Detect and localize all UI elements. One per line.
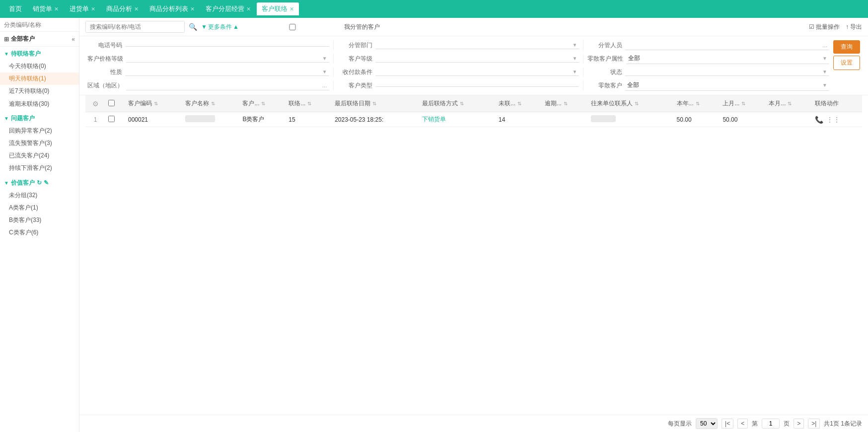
sidebar-item-overdue[interactable]: 逾期未联络(30): [0, 98, 79, 110]
batch-op-button[interactable]: ☑ 批量操作: [809, 23, 840, 31]
last-contact-link[interactable]: 下销货单: [422, 116, 446, 123]
th-type[interactable]: 客户... ⇅: [239, 95, 286, 112]
retail-customer-select[interactable]: 全部 ▼: [625, 80, 829, 91]
settings-icon[interactable]: ⚙: [92, 100, 99, 108]
export-button[interactable]: ↑ 导出: [846, 23, 862, 31]
th-code[interactable]: 客户编码 ⇅: [125, 95, 182, 112]
th-contact-person[interactable]: 往来单位联系人 ⇅: [588, 95, 674, 112]
th-overdue[interactable]: 逾期... ⇅: [542, 95, 588, 112]
triangle-icon: ▼: [4, 51, 9, 57]
first-page-button[interactable]: |<: [722, 419, 733, 429]
filter-status: 状态 ▼: [587, 68, 829, 76]
nav-purchase-order[interactable]: 进货单 ✕: [65, 2, 100, 15]
nav-product-analysis[interactable]: 商品分析 ✕: [101, 2, 144, 15]
customer-grade-select[interactable]: ▼: [375, 55, 579, 63]
cell-uncontacted: 14: [496, 112, 542, 127]
sidebar-item-7days[interactable]: 近7天待联络(0): [0, 85, 79, 97]
sidebar-item-tomorrow[interactable]: 明天待联络(1): [0, 72, 79, 85]
my-customer-checkbox-label[interactable]: 我分管的客户: [243, 23, 380, 31]
set-button[interactable]: 设置: [833, 56, 860, 70]
th-uncontacted[interactable]: 未联... ⇅: [496, 95, 542, 112]
cell-last-month: 50.00: [720, 112, 766, 127]
sidebar-item-today[interactable]: 今天待联络(0): [0, 60, 79, 72]
sidebar-section-title-value[interactable]: ▼ 价值客户 ↻ ✎: [0, 177, 79, 189]
th-this-month[interactable]: 本月... ⇅: [766, 95, 812, 112]
cell-last-contact-date: 2023-05-23 18:25:: [332, 112, 419, 127]
sidebar-item-type-c[interactable]: C类客户(6): [0, 226, 79, 239]
th-contacts[interactable]: 联络... ⇅: [286, 95, 332, 112]
nav-product-analysis-list[interactable]: 商品分析列表 ✕: [145, 2, 200, 15]
filter-retail-customer: 零散客户 全部 ▼: [587, 80, 829, 91]
th-last-contact-date[interactable]: 最后联络日期 ⇅: [332, 95, 419, 112]
customer-type-input[interactable]: [375, 84, 579, 87]
sidebar-all-customers[interactable]: ⊞ 全部客户 «: [0, 32, 79, 47]
price-grade-select[interactable]: ▼: [126, 55, 329, 63]
table-header-row: ⚙ 客户编码 ⇅ 客户名称: [85, 95, 862, 112]
sidebar-item-churned[interactable]: 已流失客户(24): [0, 149, 79, 162]
sidebar-section-pending: ▼ 待联络客户 今天待联络(0) 明天待联络(1) 近7天待联络(0) 逾期未联…: [0, 47, 79, 111]
sort-icon: ⇅: [564, 101, 568, 106]
close-icon[interactable]: ✕: [91, 6, 95, 12]
th-last-month[interactable]: 上月... ⇅: [720, 95, 766, 112]
per-page-select[interactable]: 50: [696, 418, 718, 429]
close-icon[interactable]: ✕: [289, 6, 294, 12]
sidebar-item-type-a[interactable]: A类客户(1): [0, 202, 79, 214]
cell-this-year: 50.00: [674, 112, 720, 127]
sidebar-item-ungrouped[interactable]: 未分组(32): [0, 189, 79, 202]
sidebar-section-title-problem[interactable]: ▼ 问题客户: [0, 112, 79, 125]
action-more-icon[interactable]: ⋮⋮: [826, 116, 840, 124]
payment-select[interactable]: ▼: [375, 68, 579, 76]
close-icon[interactable]: ✕: [54, 6, 59, 12]
dept-select[interactable]: ▼: [375, 41, 579, 49]
prev-page-button[interactable]: <: [737, 419, 748, 429]
next-page-button[interactable]: >: [794, 419, 804, 429]
th-this-year[interactable]: 本年... ⇅: [674, 95, 720, 112]
manager-input[interactable]: ...: [625, 41, 829, 50]
caret-icon: ▼: [322, 69, 327, 74]
filter-row-2: 客户价格等级 ▼ 客户等级 ▼: [87, 53, 829, 64]
sidebar-search-input[interactable]: [4, 21, 78, 28]
more-conditions-button[interactable]: ▼ 更多条件 ▲: [201, 23, 239, 31]
sidebar-section-title-pending[interactable]: ▼ 待联络客户: [0, 48, 79, 60]
sidebar-item-repurchase-abnormal[interactable]: 回购异常客户(2): [0, 125, 79, 137]
caret-icon: ▼: [322, 56, 327, 61]
th-name[interactable]: 客户名称 ⇅: [182, 95, 239, 112]
close-icon[interactable]: ✕: [134, 6, 139, 12]
nav-customer-tier[interactable]: 客户分层经营 ✕: [201, 2, 256, 15]
filter-row-1: 电话号码 分管部门 ▼: [87, 40, 829, 50]
close-icon[interactable]: ✕: [190, 6, 195, 12]
caret-icon: ▼: [572, 42, 577, 48]
my-customer-checkbox[interactable]: [243, 24, 342, 30]
region-input[interactable]: ...: [126, 81, 329, 90]
row-checkbox: [105, 112, 125, 127]
sidebar-item-churn-warning[interactable]: 流失预警客户(3): [0, 137, 79, 149]
query-button[interactable]: 查询: [833, 40, 860, 54]
search-input[interactable]: [85, 21, 185, 33]
phone-input[interactable]: [125, 44, 329, 47]
caret-icon: ▼: [822, 82, 827, 88]
edit-icon[interactable]: ✎: [44, 179, 49, 186]
filter-actions: 查询 设置: [833, 40, 860, 91]
row-select-checkbox[interactable]: [108, 116, 115, 122]
sidebar-item-type-b[interactable]: B类客户(33): [0, 214, 79, 226]
th-last-contact-method[interactable]: 最后联络方式 ⇅: [419, 95, 496, 112]
retail-attr-select[interactable]: 全部 ▼: [626, 53, 829, 64]
action-phone-icon[interactable]: 📞: [815, 116, 823, 124]
page-number-input[interactable]: [762, 419, 780, 429]
sort-icon: ⇅: [154, 101, 158, 106]
last-page-button[interactable]: >|: [808, 419, 820, 429]
select-all-checkbox[interactable]: [108, 100, 115, 106]
sidebar-search-bar[interactable]: 🔍: [0, 18, 79, 32]
sort-icon: ⇅: [211, 101, 215, 106]
triangle-icon: ▼: [4, 180, 9, 186]
nature-select[interactable]: ▼: [125, 68, 329, 76]
status-select[interactable]: ▼: [625, 68, 829, 76]
sidebar-item-declining[interactable]: 持续下滑客户(2): [0, 162, 79, 174]
collapse-icon[interactable]: «: [72, 36, 75, 43]
refresh-icon[interactable]: ↻: [37, 179, 42, 186]
nav-customer-contact[interactable]: 客户联络 ✕: [257, 2, 299, 15]
nav-sales-order[interactable]: 销货单 ✕: [28, 2, 64, 15]
nav-home[interactable]: 首页: [4, 2, 27, 15]
close-icon[interactable]: ✕: [246, 6, 251, 12]
search-button[interactable]: 🔍: [189, 23, 197, 31]
